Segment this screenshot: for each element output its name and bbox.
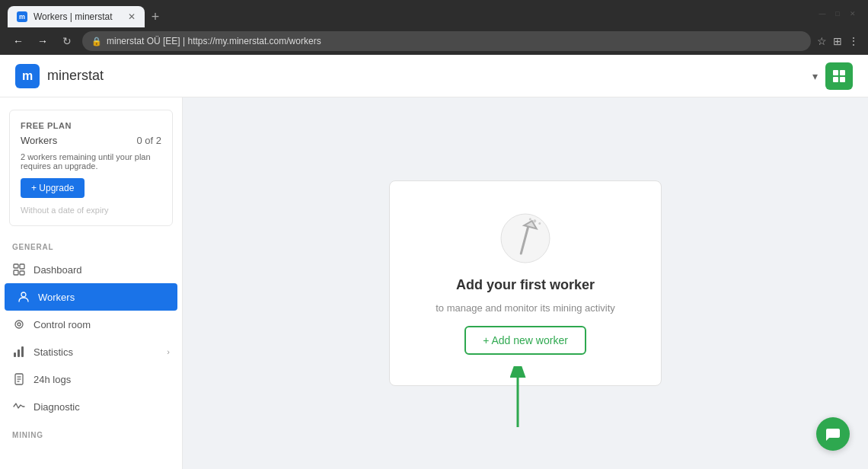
tab-bar: m Workers | minerstat ✕ + — □ ✕ bbox=[0, 0, 868, 27]
svg-rect-7 bbox=[20, 271, 24, 275]
tab-favicon: m bbox=[17, 11, 27, 22]
svg-point-9 bbox=[15, 321, 23, 328]
svg-rect-0 bbox=[833, 70, 838, 75]
workers-count: 0 of 2 bbox=[136, 135, 161, 146]
bookmark-button[interactable]: ☆ bbox=[817, 35, 827, 47]
maximize-button[interactable]: □ bbox=[833, 9, 842, 18]
window-controls: — □ ✕ bbox=[818, 9, 860, 18]
plan-workers-row: Workers 0 of 2 bbox=[21, 135, 161, 146]
plan-note: 2 workers remaining until your plan requ… bbox=[21, 152, 161, 171]
svg-rect-6 bbox=[20, 264, 24, 269]
empty-state-title: Add your first worker bbox=[456, 277, 595, 293]
svg-rect-11 bbox=[14, 353, 16, 357]
statistics-icon bbox=[12, 345, 26, 359]
sidebar-item-logs-label: 24h logs bbox=[34, 374, 71, 385]
sidebar-item-diagnostic-label: Diagnostic bbox=[34, 401, 80, 413]
content-area: Add your first worker to manage and moni… bbox=[183, 97, 868, 469]
address-text: minerstat OÜ [EE] | https://my.minerstat… bbox=[107, 36, 321, 46]
header-dropdown-button[interactable]: ▾ bbox=[812, 70, 818, 82]
logo-icon: m bbox=[15, 64, 40, 88]
new-tab-button[interactable]: + bbox=[145, 6, 166, 27]
sidebar-item-24h-logs[interactable]: 24h logs bbox=[0, 365, 182, 393]
main-content: FREE PLAN Workers 0 of 2 2 workers remai… bbox=[0, 97, 868, 469]
upgrade-button[interactable]: + Upgrade bbox=[21, 178, 85, 198]
close-button[interactable]: ✕ bbox=[848, 9, 857, 18]
address-bar-row: ← → ↻ 🔒 minerstat OÜ [EE] | https://my.m… bbox=[0, 27, 868, 55]
forward-button[interactable]: → bbox=[34, 32, 52, 50]
svg-rect-3 bbox=[840, 77, 845, 82]
mining-section-label: MINING bbox=[0, 426, 182, 444]
svg-rect-4 bbox=[14, 264, 18, 268]
empty-state-card: Add your first worker to manage and moni… bbox=[389, 180, 662, 386]
sidebar: FREE PLAN Workers 0 of 2 2 workers remai… bbox=[0, 97, 183, 469]
sidebar-item-workers[interactable]: Workers bbox=[5, 283, 177, 311]
green-action-button[interactable] bbox=[825, 62, 853, 90]
chat-bubble-button[interactable] bbox=[816, 417, 850, 451]
svg-point-10 bbox=[18, 323, 21, 326]
general-section: GENERAL Dashboard Workers bbox=[0, 238, 182, 420]
plan-card: FREE PLAN Workers 0 of 2 2 workers remai… bbox=[9, 110, 173, 226]
expiry-note: Without a date of expiry bbox=[21, 206, 161, 215]
workers-label: Workers bbox=[21, 135, 57, 146]
sidebar-item-control-room-label: Control room bbox=[34, 319, 91, 330]
svg-rect-5 bbox=[14, 270, 18, 275]
sidebar-item-workers-label: Workers bbox=[38, 292, 75, 303]
sidebar-item-statistics[interactable]: Statistics › bbox=[0, 338, 182, 365]
address-input[interactable]: 🔒 minerstat OÜ [EE] | https://my.minerst… bbox=[82, 31, 811, 51]
tab-close-button[interactable]: ✕ bbox=[128, 11, 136, 22]
add-new-worker-button[interactable]: + Add new worker bbox=[464, 326, 586, 355]
general-section-label: GENERAL bbox=[0, 238, 182, 256]
control-room-icon bbox=[12, 317, 26, 331]
svg-point-8 bbox=[21, 292, 26, 297]
grid-icon bbox=[831, 69, 847, 84]
sidebar-item-statistics-label: Statistics bbox=[34, 346, 73, 358]
menu-button[interactable]: ⋮ bbox=[848, 35, 859, 47]
plan-label: FREE PLAN bbox=[21, 121, 161, 130]
active-tab[interactable]: m Workers | minerstat ✕ bbox=[8, 6, 145, 27]
logo-area: m minerstat bbox=[15, 64, 104, 88]
mining-icon bbox=[499, 212, 552, 265]
header-right: ▾ bbox=[812, 62, 853, 90]
logo-text: minerstat bbox=[47, 68, 104, 84]
sidebar-item-control-room[interactable]: Control room bbox=[0, 311, 182, 338]
sidebar-item-diagnostic[interactable]: Diagnostic bbox=[0, 393, 182, 420]
app-header: m minerstat ▾ bbox=[0, 55, 868, 97]
minimize-button[interactable]: — bbox=[818, 9, 827, 18]
svg-rect-2 bbox=[833, 77, 838, 82]
logs-icon bbox=[12, 372, 26, 386]
svg-rect-1 bbox=[840, 70, 845, 75]
sidebar-item-dashboard-label: Dashboard bbox=[34, 264, 82, 276]
tab-title: Workers | minerstat bbox=[34, 11, 122, 22]
lock-icon: 🔒 bbox=[91, 37, 102, 46]
svg-rect-12 bbox=[18, 349, 20, 357]
reload-button[interactable]: ↻ bbox=[58, 32, 76, 50]
empty-state-subtitle: to manage and monitor its mining activit… bbox=[436, 302, 615, 314]
back-button[interactable]: ← bbox=[9, 32, 27, 50]
sidebar-item-dashboard[interactable]: Dashboard bbox=[0, 256, 182, 283]
svg-rect-13 bbox=[21, 346, 24, 357]
mining-section: MINING bbox=[0, 426, 182, 444]
arrow-annotation bbox=[495, 366, 541, 427]
statistics-arrow-icon: › bbox=[167, 347, 170, 356]
chat-icon bbox=[825, 426, 841, 442]
browser-chrome: m Workers | minerstat ✕ + — □ ✕ ← → ↻ 🔒 … bbox=[0, 0, 868, 55]
dashboard-icon bbox=[12, 263, 26, 276]
app: m minerstat ▾ FREE PLAN Worke bbox=[0, 55, 868, 469]
diagnostic-icon bbox=[12, 400, 26, 413]
workers-icon bbox=[17, 290, 30, 304]
extensions-button[interactable]: ⊞ bbox=[833, 35, 842, 47]
